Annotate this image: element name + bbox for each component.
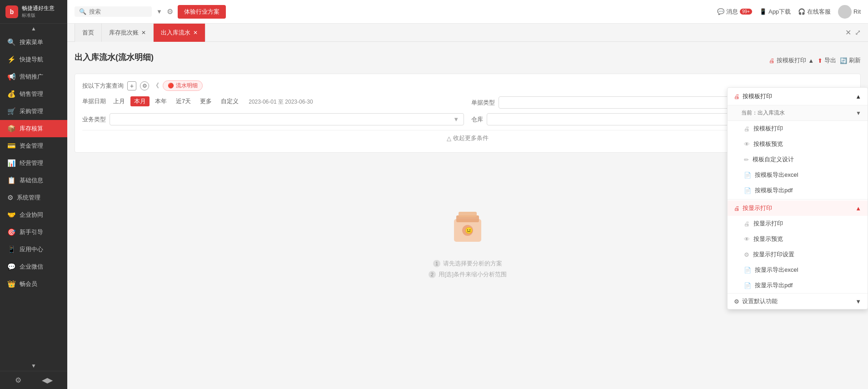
sidebar-item-app-center[interactable]: 📱 应用中心 bbox=[0, 241, 67, 258]
dp-item-template-excel[interactable]: 📄 按模板导出excel bbox=[728, 167, 868, 183]
dp-display-pdf-icon: 📄 bbox=[744, 282, 751, 289]
sidebar-item-members[interactable]: 👑 畅会员 bbox=[0, 275, 67, 293]
topbar-right: 💬 消息 99+ 📱 App下载 🎧 在线客服 Rit bbox=[717, 5, 861, 19]
app-center-icon: 📱 bbox=[7, 245, 16, 254]
search-menu-icon: 🔍 bbox=[7, 38, 16, 46]
wechat-icon: 💬 bbox=[7, 263, 16, 271]
purchase-icon: 🛒 bbox=[7, 107, 16, 115]
page-content: 出入库流水(流水明细) 🖨 按模板打印 ▲ ⬆ 导出 🔄 刷新 bbox=[67, 42, 868, 389]
sidebar-item-beginner[interactable]: 🎯 新手引导 bbox=[0, 224, 67, 241]
date-opt-7days[interactable]: 近7天 bbox=[172, 96, 195, 106]
dp-display-settings-icon: ⚙ bbox=[744, 251, 749, 258]
topbar-gear-btn[interactable]: ⚙ bbox=[167, 7, 173, 16]
sidebar-settings-btn[interactable]: ⚙ bbox=[15, 376, 21, 384]
print-chevron-up-icon: ▲ bbox=[808, 57, 814, 64]
tab-maximize-btn[interactable]: ⤢ bbox=[855, 28, 861, 37]
main-area: 🔍 ▼ ⚙ 体验行业方案 💬 消息 99+ 📱 App下载 🎧 在线客服 bbox=[67, 0, 868, 389]
business-type-input[interactable]: ▼ bbox=[110, 113, 464, 125]
date-opt-this-month[interactable]: 本月 bbox=[130, 96, 150, 106]
date-range-text: 2023-06-01 至 2023-06-30 bbox=[249, 98, 313, 106]
members-icon: 👑 bbox=[7, 280, 16, 288]
tab-batch-account[interactable]: 库存批次账 ✕ bbox=[102, 24, 154, 42]
sidebar-item-search-menu[interactable]: 🔍 搜索菜单 bbox=[0, 34, 67, 51]
message-btn[interactable]: 💬 消息 99+ bbox=[717, 8, 752, 16]
dp-item-display-excel[interactable]: 📄 按显示导出excel bbox=[728, 262, 868, 278]
dp-section2-header[interactable]: 🖨 按显示打印 ▲ bbox=[728, 200, 868, 216]
business-type-label: 业务类型 bbox=[82, 115, 106, 124]
filter-chip[interactable]: 🔴 流水明细 bbox=[163, 80, 203, 91]
system-icon: ⚙ bbox=[7, 194, 13, 202]
tab-flow-detail-close[interactable]: ✕ bbox=[193, 30, 198, 36]
date-filter-field: 单据日期 上月 本月 本年 近7天 更多 自定义 2023-06-01 至 20… bbox=[82, 96, 464, 106]
date-opt-last-month[interactable]: 上月 bbox=[110, 96, 129, 106]
sidebar-collapse-btn[interactable]: ◀▶ bbox=[42, 376, 53, 384]
sidebar-bottom: ⚙ ◀▶ bbox=[0, 371, 67, 389]
sidebar-item-finance[interactable]: 💳 资金管理 bbox=[0, 137, 67, 155]
dp-footer[interactable]: ⚙ 设置默认功能 ▼ bbox=[728, 293, 868, 309]
dp-header: 🖨 按模板打印 ▲ bbox=[728, 88, 868, 105]
dp-item-template-custom[interactable]: ✏ 模板自定义设计 bbox=[728, 152, 868, 167]
dp-sub-header: 当前：出入库流水 ▼ bbox=[728, 105, 868, 121]
export-btn[interactable]: ⬆ 导出 bbox=[818, 56, 836, 65]
refresh-icon: 🔄 bbox=[840, 57, 847, 64]
message-icon: 💬 bbox=[717, 8, 724, 15]
search-dropdown-btn[interactable]: ▼ bbox=[156, 8, 162, 15]
search-box[interactable]: 🔍 bbox=[75, 6, 152, 17]
dp-sub-header-arrow[interactable]: ▼ bbox=[856, 110, 861, 116]
filter-settings-btn[interactable]: ⚙ bbox=[140, 81, 149, 90]
sidebar-scroll-down[interactable]: ▼ bbox=[0, 361, 67, 371]
sidebar-item-marketing[interactable]: 📢 营销推广 bbox=[0, 68, 67, 85]
industry-solution-button[interactable]: 体验行业方案 bbox=[178, 5, 226, 19]
date-opt-custom[interactable]: 自定义 bbox=[217, 96, 242, 106]
dp-item-template-preview[interactable]: 👁 按模板预览 bbox=[728, 136, 868, 152]
dp-item-display-settings[interactable]: ⚙ 按显示打印设置 bbox=[728, 247, 868, 262]
collapse-arrow-icon: △ bbox=[447, 135, 451, 142]
enterprise-icon: 🤝 bbox=[7, 211, 16, 219]
sidebar-scroll-up[interactable]: ▲ bbox=[0, 24, 67, 34]
logo-icon: b bbox=[5, 5, 18, 18]
search-icon: 🔍 bbox=[79, 8, 86, 15]
business-type-dropdown-arrow: ▼ bbox=[453, 116, 459, 123]
sidebar-item-enterprise[interactable]: 🤝 企业协同 bbox=[0, 206, 67, 224]
tab-home[interactable]: 首页 bbox=[75, 24, 102, 42]
tab-batch-account-close[interactable]: ✕ bbox=[141, 30, 146, 36]
print-dropdown-panel: 🖨 按模板打印 ▲ 当前：出入库流水 ▼ 🖨 按模板打印 👁 按模板预览 ✏ 模… bbox=[727, 87, 868, 309]
quick-nav-icon: ⚡ bbox=[7, 55, 16, 64]
date-opt-this-year[interactable]: 本年 bbox=[151, 96, 170, 106]
export-icon: ⬆ bbox=[818, 57, 823, 64]
tab-close-all-btn[interactable]: ✕ bbox=[845, 28, 851, 37]
sidebar-item-basic-info[interactable]: 📋 基础信息 bbox=[0, 172, 67, 189]
online-service-btn[interactable]: 🎧 在线客服 bbox=[798, 8, 831, 16]
refresh-btn[interactable]: 🔄 刷新 bbox=[840, 56, 861, 65]
tab-flow-detail[interactable]: 出入库流水 ✕ bbox=[154, 24, 205, 42]
date-options: 上月 本月 本年 近7天 更多 自定义 bbox=[110, 96, 242, 106]
dp-item-display-preview[interactable]: 👁 按显示预览 bbox=[728, 231, 868, 247]
dp-item-template-print[interactable]: 🖨 按模板打印 bbox=[728, 121, 868, 136]
filter-collapse-btn[interactable]: 《 bbox=[153, 82, 159, 90]
sidebar-item-operations[interactable]: 📊 经营管理 bbox=[0, 155, 67, 172]
sidebar-item-inventory[interactable]: 📦 库存核算 bbox=[0, 120, 67, 137]
dp-header-collapse-btn[interactable]: ▲ bbox=[855, 93, 861, 100]
message-badge: 99+ bbox=[740, 9, 752, 15]
doc-type-label: 单据类型 bbox=[471, 99, 495, 107]
search-input[interactable] bbox=[89, 8, 144, 15]
sidebar-item-purchase[interactable]: 🛒 采购管理 bbox=[0, 103, 67, 120]
sidebar-item-wechat[interactable]: 💬 企业微信 bbox=[0, 258, 67, 275]
app-download-btn[interactable]: 📱 App下载 bbox=[759, 8, 791, 16]
filter-add-btn[interactable]: + bbox=[127, 81, 136, 90]
sidebar-item-sales[interactable]: 💰 销售管理 bbox=[0, 85, 67, 103]
topbar-left: 🔍 ▼ ⚙ 体验行业方案 bbox=[75, 5, 226, 19]
user-avatar-area[interactable]: Rit bbox=[838, 5, 861, 19]
dp-item-display-pdf[interactable]: 📄 按显示导出pdf bbox=[728, 278, 868, 293]
dp-item-display-print[interactable]: 🖨 按显示打印 bbox=[728, 216, 868, 231]
tabbar: 首页 库存批次账 ✕ 出入库流水 ✕ ✕ ⤢ bbox=[67, 24, 868, 42]
sidebar-item-quick-nav[interactable]: ⚡ 快捷导航 bbox=[0, 51, 67, 68]
sidebar-scroll: 🔍 搜索菜单 ⚡ 快捷导航 📢 营销推广 💰 销售管理 🛒 采购管理 📦 库存核… bbox=[0, 34, 67, 361]
sidebar-item-system[interactable]: ⚙ 系统管理 bbox=[0, 189, 67, 206]
sales-icon: 💰 bbox=[7, 90, 16, 98]
dp-item-template-pdf[interactable]: 📄 按模板导出pdf bbox=[728, 183, 868, 198]
print-dropdown-btn[interactable]: 🖨 按模板打印 ▲ bbox=[769, 56, 814, 65]
page-title: 出入库流水(流水明细) bbox=[75, 52, 154, 63]
date-opt-more[interactable]: 更多 bbox=[196, 96, 215, 106]
dp-separator bbox=[728, 199, 868, 199]
